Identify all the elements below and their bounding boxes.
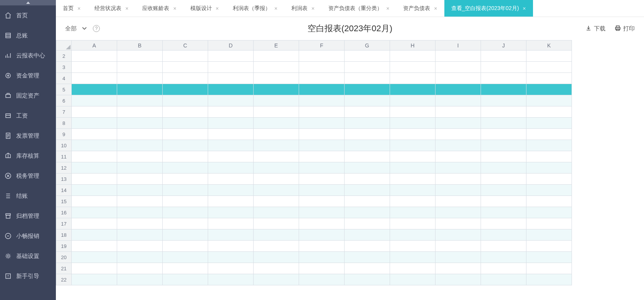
cell[interactable]: [72, 252, 117, 263]
cell[interactable]: [299, 263, 345, 274]
cell[interactable]: [526, 174, 572, 185]
cell[interactable]: [299, 95, 345, 106]
cell[interactable]: [345, 162, 390, 174]
col-header[interactable]: K: [526, 40, 572, 51]
cell[interactable]: [208, 252, 254, 263]
cell[interactable]: [435, 51, 481, 62]
cell[interactable]: [345, 207, 390, 218]
col-header[interactable]: C: [163, 40, 208, 51]
cell[interactable]: [163, 73, 208, 84]
cell[interactable]: [254, 151, 299, 162]
row-header[interactable]: 19: [56, 241, 72, 252]
cell[interactable]: [481, 51, 526, 62]
row-header[interactable]: 5: [56, 84, 72, 95]
cell[interactable]: [526, 129, 572, 140]
cell[interactable]: [117, 140, 163, 151]
cell[interactable]: [390, 84, 435, 95]
cell[interactable]: [299, 185, 345, 196]
cell[interactable]: [345, 174, 390, 185]
cell[interactable]: [72, 95, 117, 106]
cell[interactable]: [345, 118, 390, 129]
sidebar-scroll-up[interactable]: [0, 0, 56, 5]
cell[interactable]: [526, 84, 572, 95]
cell[interactable]: [72, 263, 117, 274]
cell[interactable]: [72, 241, 117, 252]
col-header[interactable]: H: [390, 40, 435, 51]
cell[interactable]: [163, 84, 208, 95]
cell[interactable]: [117, 151, 163, 162]
cell[interactable]: [390, 62, 435, 73]
cell[interactable]: [299, 73, 345, 84]
cell[interactable]: [208, 162, 254, 174]
cell[interactable]: [72, 73, 117, 84]
row-header[interactable]: 22: [56, 274, 72, 285]
cell[interactable]: [435, 207, 481, 218]
row-header[interactable]: 6: [56, 95, 72, 106]
cell[interactable]: [254, 73, 299, 84]
cell[interactable]: [117, 241, 163, 252]
cell[interactable]: [481, 162, 526, 174]
cell[interactable]: [254, 263, 299, 274]
col-header[interactable]: I: [435, 40, 481, 51]
cell[interactable]: [254, 62, 299, 73]
sidebar-item-closing[interactable]: 结账: [0, 186, 56, 206]
cell[interactable]: [208, 129, 254, 140]
cell[interactable]: [254, 196, 299, 207]
tab[interactable]: 应收账龄表×: [135, 0, 183, 17]
cell[interactable]: [254, 129, 299, 140]
download-button[interactable]: 下载: [585, 25, 605, 32]
cell[interactable]: [163, 263, 208, 274]
cell[interactable]: [72, 118, 117, 129]
cell[interactable]: [208, 185, 254, 196]
cell[interactable]: [435, 252, 481, 263]
cell[interactable]: [208, 62, 254, 73]
help-icon[interactable]: ?: [93, 25, 100, 32]
cell[interactable]: [117, 274, 163, 285]
cell[interactable]: [390, 229, 435, 241]
cell[interactable]: [117, 73, 163, 84]
cell[interactable]: [299, 229, 345, 241]
cell[interactable]: [390, 95, 435, 106]
cell[interactable]: [208, 140, 254, 151]
cell[interactable]: [254, 106, 299, 118]
cell[interactable]: [435, 62, 481, 73]
cell[interactable]: [481, 84, 526, 95]
cell[interactable]: [390, 263, 435, 274]
cell[interactable]: [526, 196, 572, 207]
cell[interactable]: [345, 263, 390, 274]
close-icon[interactable]: ×: [216, 6, 219, 11]
cell[interactable]: [163, 174, 208, 185]
cell[interactable]: [345, 274, 390, 285]
cell[interactable]: [163, 62, 208, 73]
row-header[interactable]: 16: [56, 207, 72, 218]
cell[interactable]: [390, 274, 435, 285]
cell[interactable]: [526, 207, 572, 218]
cell[interactable]: [163, 162, 208, 174]
cell[interactable]: [299, 218, 345, 229]
cell[interactable]: [299, 196, 345, 207]
cell[interactable]: [254, 207, 299, 218]
cell[interactable]: [254, 140, 299, 151]
cell[interactable]: [163, 274, 208, 285]
cell[interactable]: [208, 84, 254, 95]
sidebar-item-guide[interactable]: 新手引导: [0, 266, 56, 286]
col-header[interactable]: D: [208, 40, 254, 51]
sidebar-item-tax[interactable]: 税务管理: [0, 166, 56, 186]
cell[interactable]: [299, 140, 345, 151]
cell[interactable]: [435, 241, 481, 252]
row-header[interactable]: 17: [56, 218, 72, 229]
sidebar-item-inventory[interactable]: 库存核算: [0, 146, 56, 166]
cell[interactable]: [390, 73, 435, 84]
cell[interactable]: [72, 196, 117, 207]
cell[interactable]: [208, 274, 254, 285]
sidebar-item-invoice[interactable]: 发票管理: [0, 126, 56, 146]
cell[interactable]: [117, 218, 163, 229]
tab[interactable]: 查看_空白报表(2023年02月)×: [444, 0, 533, 17]
cell[interactable]: [526, 95, 572, 106]
cell[interactable]: [72, 274, 117, 285]
sidebar-item-salary[interactable]: 工资: [0, 106, 56, 126]
close-icon[interactable]: ×: [311, 6, 314, 11]
cell[interactable]: [208, 174, 254, 185]
cell[interactable]: [208, 196, 254, 207]
close-icon[interactable]: ×: [173, 6, 176, 11]
